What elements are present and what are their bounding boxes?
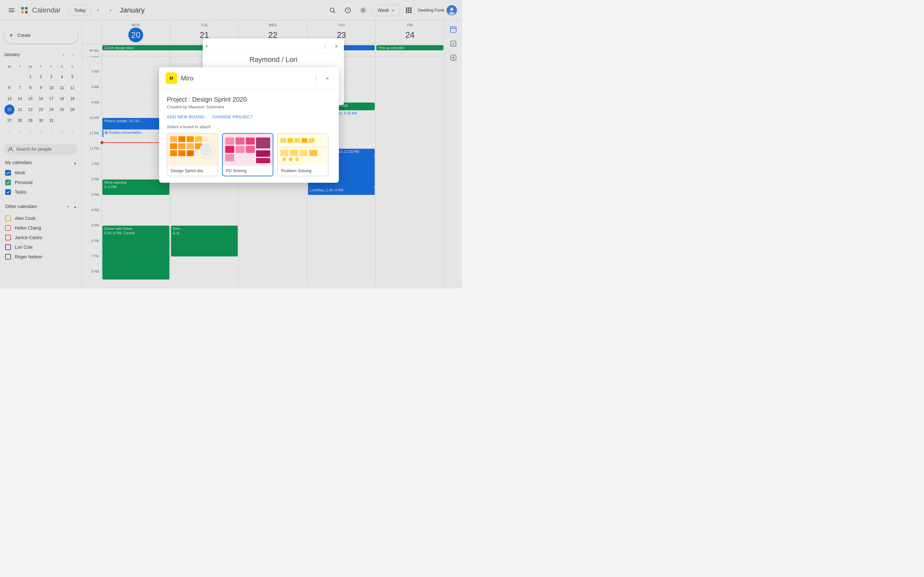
board-pd-solving[interactable]: PD Solving: [222, 133, 273, 176]
board-thumb-pd-solving: [223, 134, 273, 166]
miro-boards: Design Sprint doc: [167, 133, 331, 176]
board-name-pd-solving: PD Solving: [223, 166, 273, 176]
miro-created-by: Created by Maureen Suhendra: [167, 105, 331, 109]
svg-rect-37: [195, 136, 202, 142]
svg-point-71: [295, 157, 299, 161]
board-design-sprint[interactable]: Design Sprint doc: [167, 133, 218, 176]
svg-rect-42: [178, 150, 186, 156]
svg-rect-59: [280, 138, 286, 143]
svg-rect-43: [187, 150, 194, 156]
miro-logo: M: [166, 73, 177, 84]
board-ps-svg: [278, 134, 328, 166]
svg-rect-35: [178, 136, 186, 142]
svg-rect-67: [300, 150, 308, 156]
svg-point-46: [200, 143, 212, 156]
svg-rect-66: [290, 150, 298, 156]
miro-logo-icon: M: [168, 74, 175, 82]
event-dialog-actions: ⋮ ✕: [320, 41, 341, 51]
svg-rect-36: [187, 136, 194, 142]
miro-header: M Miro ⋮ ✕: [159, 67, 339, 89]
miro-body: Project : Design Sprint 2020 Created by …: [159, 89, 339, 183]
board-preview-svg: [168, 134, 218, 166]
miro-select-label: Select a board to attach: [167, 124, 331, 129]
svg-rect-34: [170, 136, 177, 142]
board-pd-svg: [223, 134, 273, 166]
svg-rect-49: [236, 137, 244, 145]
miro-title-row: M Miro: [166, 73, 194, 84]
board-name-problem-solving: Problem Solving: [278, 166, 328, 176]
miro-more-icon[interactable]: ⋮: [310, 73, 321, 83]
svg-rect-61: [294, 138, 300, 143]
svg-rect-41: [170, 150, 177, 156]
miro-app-name: Miro: [181, 75, 194, 82]
miro-actions: ADD NEW BOARD CHANGE PROJECT: [167, 114, 331, 119]
event-dialog-header: ≡ ⋮ ✕: [203, 39, 344, 53]
board-thumb-design-sprint: [168, 134, 218, 166]
svg-rect-63: [309, 138, 314, 143]
svg-rect-50: [246, 137, 255, 145]
svg-rect-48: [225, 137, 234, 145]
event-close-icon[interactable]: ✕: [331, 41, 341, 51]
svg-rect-38: [170, 143, 177, 149]
svg-rect-54: [225, 154, 234, 161]
svg-rect-39: [178, 143, 186, 149]
svg-rect-53: [246, 146, 255, 153]
event-dialog-title: Raymond / Lori: [203, 53, 344, 65]
drag-handle-icon: ≡: [205, 44, 208, 49]
svg-rect-51: [225, 146, 234, 153]
board-name-design-sprint: Design Sprint doc: [168, 166, 218, 176]
svg-rect-62: [302, 138, 307, 143]
svg-point-69: [282, 157, 286, 161]
miro-header-actions: ⋮ ✕: [310, 73, 333, 83]
svg-rect-68: [309, 150, 317, 156]
board-problem-solving[interactable]: Problem Solving: [277, 133, 328, 176]
svg-rect-57: [256, 158, 270, 163]
miro-close-icon[interactable]: ✕: [322, 73, 333, 83]
add-new-board-link[interactable]: ADD NEW BOARD: [167, 114, 205, 119]
svg-rect-52: [236, 146, 244, 153]
miro-project-name: Project : Design Sprint 2020: [167, 96, 331, 103]
svg-text:M: M: [170, 76, 173, 81]
svg-rect-65: [280, 150, 288, 156]
board-thumb-problem-solving: [278, 134, 328, 166]
svg-rect-60: [288, 138, 293, 143]
svg-rect-40: [187, 143, 194, 149]
svg-rect-55: [256, 137, 270, 148]
svg-point-70: [289, 157, 292, 161]
event-more-options-icon[interactable]: ⋮: [320, 41, 330, 51]
change-project-link[interactable]: CHANGE PROJECT: [212, 114, 253, 119]
svg-rect-56: [256, 150, 270, 157]
miro-dialog: M Miro ⋮ ✕ Project : Design Sprint 2020 …: [159, 67, 339, 183]
